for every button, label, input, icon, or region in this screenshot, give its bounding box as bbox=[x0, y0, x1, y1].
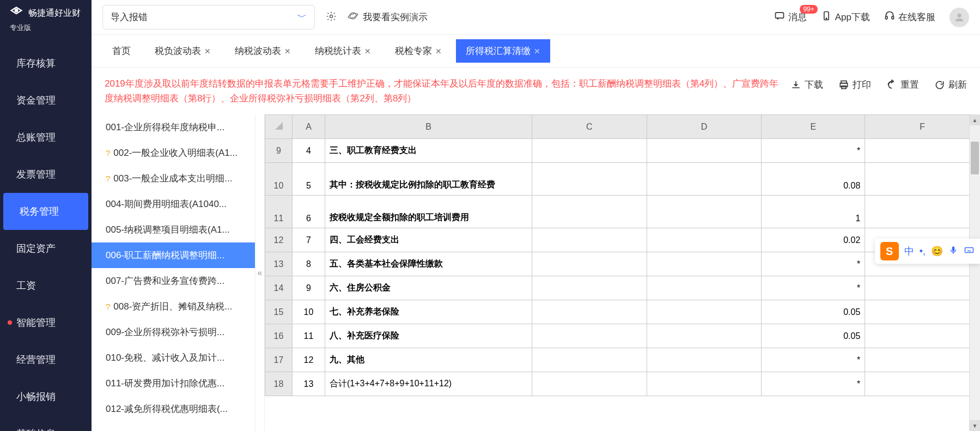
cell[interactable] bbox=[865, 276, 980, 300]
report-item-1[interactable]: ?002-一般企业收入明细表(A1... bbox=[92, 140, 255, 166]
cell[interactable]: 九、其他 bbox=[325, 348, 532, 372]
col-header-B[interactable]: B bbox=[325, 115, 532, 139]
cell[interactable] bbox=[647, 228, 762, 252]
cell[interactable] bbox=[532, 300, 647, 324]
cell[interactable]: 8 bbox=[293, 252, 325, 276]
tab-5[interactable]: 所得税汇算清缴✕ bbox=[456, 39, 550, 63]
reset-button[interactable]: 重置 bbox=[886, 78, 919, 91]
tab-2[interactable]: 纳税波动表✕ bbox=[225, 39, 301, 63]
tab-1[interactable]: 税负波动表✕ bbox=[145, 39, 221, 63]
cell[interactable] bbox=[647, 163, 762, 196]
cell[interactable]: 合计(1+3+4+7+8+9+10+11+12) bbox=[325, 372, 532, 396]
ime-emoji-icon[interactable]: 😊 bbox=[931, 245, 943, 257]
cell[interactable]: 7 bbox=[293, 228, 325, 252]
tab-3[interactable]: 纳税统计表✕ bbox=[305, 39, 381, 63]
ime-toolbar[interactable]: S 中 •, 😊 bbox=[875, 239, 980, 264]
cell[interactable] bbox=[532, 276, 647, 300]
tab-close-icon[interactable]: ✕ bbox=[284, 47, 291, 56]
nav-item-10[interactable]: 基础信息 bbox=[0, 415, 92, 431]
cell[interactable] bbox=[647, 300, 762, 324]
cell[interactable] bbox=[647, 324, 762, 348]
report-item-6[interactable]: 007-广告费和业务宣传费跨... bbox=[92, 268, 255, 294]
cell[interactable]: 按税收规定全额扣除的职工培训费用 bbox=[325, 196, 532, 228]
report-item-7[interactable]: ?008-资产折旧、摊销及纳税... bbox=[92, 294, 255, 319]
cell[interactable]: 1 bbox=[762, 196, 865, 228]
cell[interactable]: 5 bbox=[293, 163, 325, 196]
scroll-down-icon[interactable]: ▼ bbox=[970, 420, 980, 431]
col-header-C[interactable]: C bbox=[532, 115, 647, 139]
collapse-handle-icon[interactable]: « bbox=[255, 114, 265, 431]
ime-punct-icon[interactable]: •, bbox=[920, 246, 926, 257]
nav-item-2[interactable]: 总账管理 bbox=[0, 119, 92, 156]
cell[interactable] bbox=[647, 348, 762, 372]
cell[interactable]: * bbox=[762, 276, 865, 300]
cell[interactable]: * bbox=[762, 348, 865, 372]
ime-keyboard-icon[interactable] bbox=[964, 245, 975, 258]
demo-link[interactable]: 我要看实例演示 bbox=[348, 10, 428, 24]
cell[interactable]: 八、补充医疗保险 bbox=[325, 324, 532, 348]
row-header[interactable]: 16 bbox=[265, 324, 293, 348]
cell[interactable]: 三、职工教育经费支出 bbox=[325, 139, 532, 163]
report-item-10[interactable]: 011-研发费用加计扣除优惠... bbox=[92, 371, 255, 396]
report-item-8[interactable]: 009-企业所得税弥补亏损明... bbox=[92, 319, 255, 345]
nav-item-0[interactable]: 库存核算 bbox=[0, 45, 92, 82]
cell[interactable]: 0.08 bbox=[762, 163, 865, 196]
cell[interactable]: * bbox=[762, 372, 865, 396]
cell[interactable]: 四、工会经费支出 bbox=[325, 228, 532, 252]
cell[interactable]: 11 bbox=[293, 324, 325, 348]
row-header[interactable]: 17 bbox=[265, 348, 293, 372]
cell[interactable] bbox=[532, 348, 647, 372]
row-header[interactable]: 10 bbox=[265, 163, 293, 196]
cell[interactable]: 13 bbox=[293, 372, 325, 396]
cell[interactable] bbox=[865, 163, 980, 196]
spreadsheet[interactable]: ABCDEF94三、职工教育经费支出*105其中：按税收规定比例扣除的职工教育经… bbox=[265, 114, 980, 431]
cell[interactable]: 9 bbox=[293, 276, 325, 300]
chevron-down-icon[interactable]: ﹀ bbox=[297, 11, 307, 23]
cell[interactable] bbox=[532, 372, 647, 396]
cell[interactable]: 10 bbox=[293, 300, 325, 324]
col-header-F[interactable]: F bbox=[865, 115, 980, 139]
report-item-11[interactable]: 012-减免所得税优惠明细表(... bbox=[92, 396, 255, 422]
download-button[interactable]: 下载 bbox=[790, 78, 823, 91]
nav-item-4[interactable]: 税务管理 bbox=[3, 193, 88, 230]
gear-icon[interactable] bbox=[326, 11, 337, 24]
cell[interactable] bbox=[647, 139, 762, 163]
cell[interactable] bbox=[647, 276, 762, 300]
cell[interactable] bbox=[865, 300, 980, 324]
cell[interactable]: 0.05 bbox=[762, 300, 865, 324]
cell[interactable] bbox=[532, 163, 647, 196]
nav-item-3[interactable]: 发票管理 bbox=[0, 156, 92, 193]
report-item-2[interactable]: ?003-一般企业成本支出明细... bbox=[92, 166, 255, 191]
col-header-E[interactable]: E bbox=[762, 115, 865, 139]
col-header-D[interactable]: D bbox=[647, 115, 762, 139]
nav-item-1[interactable]: 资金管理 bbox=[0, 82, 92, 119]
nav-item-9[interactable]: 小畅报销 bbox=[0, 378, 92, 415]
cell[interactable] bbox=[865, 324, 980, 348]
tab-close-icon[interactable]: ✕ bbox=[534, 47, 540, 56]
row-header[interactable]: 14 bbox=[265, 276, 293, 300]
cell[interactable]: 六、住房公积金 bbox=[325, 276, 532, 300]
cell[interactable] bbox=[532, 252, 647, 276]
scroll-thumb[interactable] bbox=[971, 142, 979, 174]
cell[interactable] bbox=[532, 324, 647, 348]
cell[interactable] bbox=[532, 196, 647, 228]
cell[interactable] bbox=[532, 139, 647, 163]
cell[interactable] bbox=[865, 139, 980, 163]
row-header[interactable]: 12 bbox=[265, 228, 293, 252]
cell[interactable] bbox=[865, 196, 980, 228]
cell[interactable]: * bbox=[762, 252, 865, 276]
row-header[interactable]: 13 bbox=[265, 252, 293, 276]
scroll-up-icon[interactable]: ▲ bbox=[970, 114, 980, 125]
nav-item-7[interactable]: 智能管理 bbox=[0, 304, 92, 341]
report-item-5[interactable]: 006-职工薪酬纳税调整明细... bbox=[92, 242, 255, 268]
messages-button[interactable]: 消息 99+ bbox=[774, 10, 807, 24]
vertical-scrollbar[interactable]: ▲ ▼ bbox=[969, 114, 980, 431]
cell[interactable]: 五、各类基本社会保障性缴款 bbox=[325, 252, 532, 276]
row-header[interactable]: 11 bbox=[265, 196, 293, 228]
cell[interactable] bbox=[647, 252, 762, 276]
row-header[interactable]: 15 bbox=[265, 300, 293, 324]
search-input[interactable]: 导入报错 ﹀ bbox=[102, 5, 315, 29]
row-header[interactable]: 9 bbox=[265, 139, 293, 163]
customer-service-button[interactable]: 在线客服 bbox=[884, 10, 935, 24]
nav-item-6[interactable]: 工资 bbox=[0, 267, 92, 304]
